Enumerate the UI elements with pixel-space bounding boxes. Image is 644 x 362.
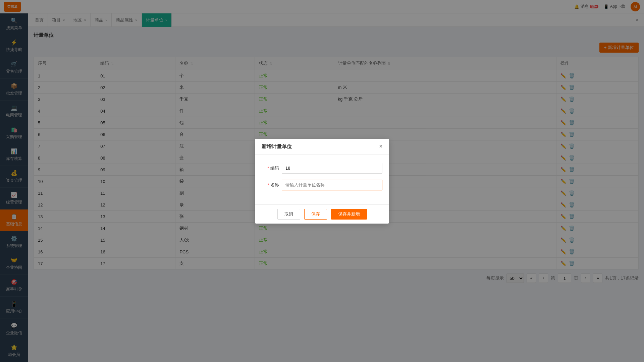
modal-footer: 取消 保存 保存并新增 bbox=[255, 204, 389, 224]
code-form-row: 编码 bbox=[262, 163, 382, 174]
modal-title: 新增计量单位 bbox=[262, 143, 292, 150]
code-input[interactable] bbox=[282, 163, 382, 174]
modal-close-btn[interactable]: × bbox=[379, 144, 382, 149]
save-button[interactable]: 保存 bbox=[304, 209, 327, 220]
save-new-button[interactable]: 保存并新增 bbox=[331, 209, 367, 220]
cancel-button[interactable]: 取消 bbox=[277, 209, 300, 220]
add-unit-modal: 新增计量单位 × 编码 名称 取消 保存 保存并新增 bbox=[255, 139, 389, 224]
code-label: 编码 bbox=[262, 165, 282, 171]
name-form-row: 名称 bbox=[262, 180, 382, 190]
modal-body: 编码 名称 bbox=[255, 155, 389, 204]
modal-overlay[interactable]: 新增计量单位 × 编码 名称 取消 保存 保存并新增 bbox=[0, 0, 644, 362]
name-label: 名称 bbox=[262, 182, 282, 188]
modal-header: 新增计量单位 × bbox=[255, 139, 389, 155]
name-input[interactable] bbox=[282, 180, 382, 190]
